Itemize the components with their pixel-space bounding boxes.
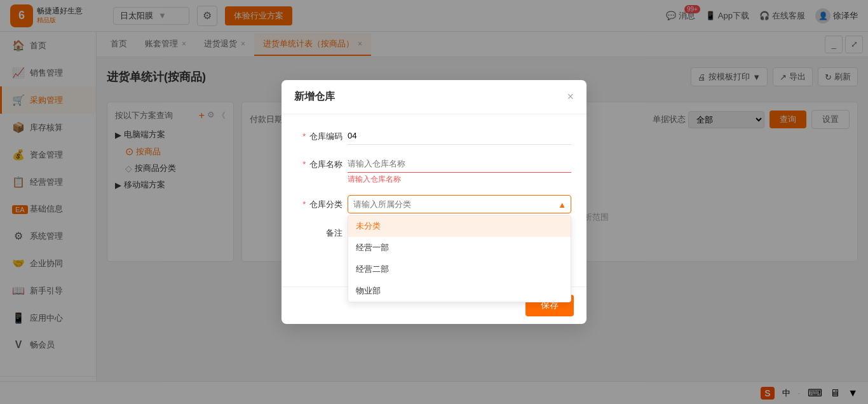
dropdown-up-arrow[interactable]: ▲ <box>558 199 566 209</box>
category-input[interactable] <box>348 195 571 213</box>
name-error-msg: 请输入仓库名称 <box>348 174 571 185</box>
warehouse-category-row: * 仓库分类 ▲ 未分类 经营一部 经营二部 物业部 <box>297 195 571 213</box>
warehouse-category-label: * 仓库分类 <box>297 195 348 210</box>
category-dropdown: ▲ 未分类 经营一部 经营二部 物业部 <box>348 195 571 213</box>
dropdown-option-property[interactable]: 物业部 <box>348 280 571 302</box>
modal-overlay: 新增仓库 × * 仓库编码 * 仓库名称 <box>0 0 868 404</box>
warehouse-code-row: * 仓库编码 <box>297 127 571 145</box>
modal-title: 新增仓库 <box>294 90 335 104</box>
dropdown-option-ops2[interactable]: 经营二部 <box>348 259 571 280</box>
add-warehouse-modal: 新增仓库 × * 仓库编码 * 仓库名称 <box>281 80 587 324</box>
modal-close-button[interactable]: × <box>567 90 574 104</box>
modal-body: * 仓库编码 * 仓库名称 请输入仓库名称 <box>281 114 587 286</box>
warehouse-code-input[interactable] <box>348 127 571 145</box>
warehouse-note-label: 备注 <box>297 224 348 239</box>
dropdown-option-uncategorized[interactable]: 未分类 <box>348 215 571 237</box>
category-dropdown-menu: 未分类 经营一部 经营二部 物业部 <box>348 215 571 302</box>
modal-header: 新增仓库 × <box>281 80 587 114</box>
warehouse-name-label: * 仓库名称 <box>297 155 348 170</box>
dropdown-option-ops1[interactable]: 经营一部 <box>348 237 571 259</box>
warehouse-name-input[interactable] <box>348 155 571 173</box>
warehouse-code-label: * 仓库编码 <box>297 127 348 142</box>
warehouse-name-row: * 仓库名称 请输入仓库名称 <box>297 155 571 185</box>
